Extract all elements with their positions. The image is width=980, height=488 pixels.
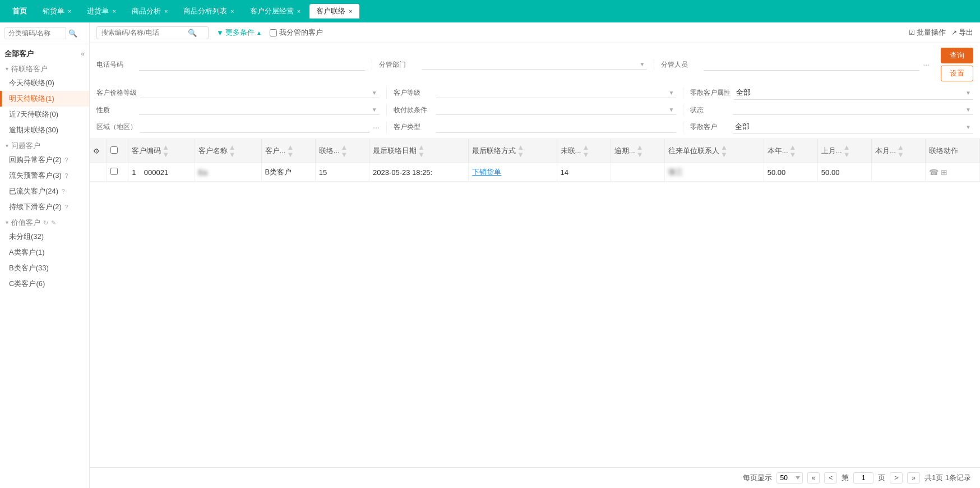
person-input[interactable]: [704, 59, 919, 71]
th-gear: ⚙: [90, 139, 107, 163]
query-button[interactable]: 查询: [941, 48, 973, 63]
help-icon-declining: ?: [65, 204, 68, 210]
sort-arrows-name: ▲▼: [229, 144, 236, 158]
action-more-icon[interactable]: ⊞: [941, 168, 947, 177]
dept-select[interactable]: ▼: [422, 59, 648, 70]
person-field: 分管人员 ···: [661, 59, 930, 71]
close-product-analysis-list-icon[interactable]: ×: [230, 8, 234, 15]
price-level-field: 客户价格等级 ▼: [96, 88, 380, 98]
page-number-input[interactable]: [853, 472, 873, 484]
row-select-checkbox[interactable]: [110, 168, 118, 175]
sidebar-item-7days-pending[interactable]: 近7天待联络(0): [0, 107, 89, 122]
th-customer-type[interactable]: 客户... ▲▼: [261, 139, 315, 163]
more-conditions-btn[interactable]: ▼ 更多条件 ▲: [213, 26, 265, 39]
nav-product-analysis[interactable]: 商品分析 ×: [125, 4, 174, 19]
sidebar-item-declining[interactable]: 持续下滑客户(2) ?: [0, 199, 89, 215]
retail-customer-arrow: ▼: [965, 124, 971, 130]
nav-customer-tier[interactable]: 客户分层经营 ×: [243, 4, 307, 19]
customer-type-input[interactable]: [436, 121, 677, 133]
pagination-bar: 每页显示 102050100 « < 第 页 > » 共1页 1条记录: [90, 467, 980, 488]
nav-home[interactable]: 首页: [6, 4, 34, 19]
status-select[interactable]: ▼: [733, 105, 973, 115]
th-code[interactable]: 客户编码 ▲▼: [128, 139, 195, 163]
customer-level-select[interactable]: ▼: [436, 88, 677, 98]
th-this-year[interactable]: 本年... ▲▼: [764, 139, 817, 163]
retail-customer-select[interactable]: 全部 ▼: [733, 120, 973, 134]
my-customers-checkbox[interactable]: [270, 29, 277, 36]
th-contact-count[interactable]: 联络... ▲▼: [315, 139, 369, 163]
action-phone-icon[interactable]: ☎: [929, 168, 939, 177]
nav-purchase-order[interactable]: 进货单 ×: [80, 4, 122, 19]
sidebar-item-overdue-pending[interactable]: 逾期未联络(30): [0, 122, 89, 138]
th-this-month[interactable]: 本月... ▲▼: [872, 139, 926, 163]
close-customer-contact-icon[interactable]: ×: [349, 8, 352, 15]
all-customers-header[interactable]: 全部客户 «: [0, 44, 89, 61]
sidebar-item-type-b[interactable]: B类客户(33): [0, 260, 89, 276]
sidebar-search-input[interactable]: [4, 27, 66, 39]
sidebar-item-type-a[interactable]: A类客户(1): [0, 245, 89, 260]
settings-button[interactable]: 设置: [941, 66, 973, 81]
area-input[interactable]: [140, 121, 369, 133]
th-last-contact-date[interactable]: 最后联络日期 ▲▼: [369, 139, 468, 163]
row-contact-count: 15: [315, 163, 369, 182]
last-page-btn[interactable]: »: [907, 472, 920, 484]
price-level-select[interactable]: ▼: [140, 88, 380, 98]
close-purchase-order-icon[interactable]: ×: [112, 8, 115, 15]
export-btn[interactable]: ↗ 导出: [951, 27, 973, 38]
gear-icon[interactable]: ⚙: [93, 147, 100, 155]
phone-input[interactable]: [139, 59, 365, 71]
sort-arrows-uncontacted: ▲▼: [582, 144, 589, 158]
close-product-analysis-icon[interactable]: ×: [164, 8, 168, 15]
content-area: 🔍 ▼ 更多条件 ▲ 我分管的客户 ☑ 批量操作 ↗ 导出: [90, 22, 980, 488]
page-label: 第: [842, 473, 849, 483]
gender-select[interactable]: ▼: [139, 105, 380, 115]
sidebar-item-tomorrow-pending[interactable]: 明天待联络(1): [0, 91, 89, 107]
page-suffix: 页: [878, 473, 885, 483]
prev-page-btn[interactable]: <: [824, 472, 837, 484]
sidebar-item-churned[interactable]: 已流失客户(24) ?: [0, 183, 89, 199]
nav-sales-order[interactable]: 销货单 ×: [36, 4, 78, 19]
th-overdue[interactable]: 逾期... ▲▼: [611, 139, 664, 163]
retail-attr-select[interactable]: 全部 ▼: [734, 86, 973, 100]
area-dots-btn[interactable]: ···: [373, 123, 380, 132]
sidebar-item-churn-warning[interactable]: 流失预警客户(3) ?: [0, 168, 89, 183]
row-gear: [90, 163, 107, 182]
th-contact-person[interactable]: 往来单位联系人 ▲▼: [664, 139, 764, 163]
search-icon-main[interactable]: 🔍: [188, 29, 197, 37]
retail-attr-arrow: ▼: [965, 90, 971, 96]
payment-select[interactable]: ▼: [436, 105, 677, 115]
select-all-checkbox[interactable]: [110, 146, 118, 154]
person-dots-btn[interactable]: ···: [923, 60, 930, 69]
th-actions: 联络动作: [926, 139, 980, 163]
filter-bar: 🔍 ▼ 更多条件 ▲ 我分管的客户 ☑ 批量操作 ↗ 导出: [90, 22, 980, 43]
th-last-contact-method[interactable]: 最后联络方式 ▲▼: [469, 139, 557, 163]
row-type: B类客户: [261, 163, 315, 182]
th-uncontacted[interactable]: 未联... ▲▼: [557, 139, 611, 163]
th-name[interactable]: 客户名称 ▲▼: [195, 139, 261, 163]
next-page-btn[interactable]: >: [890, 472, 903, 484]
data-table-area: ⚙ 客户编码 ▲▼ 客户名称: [90, 139, 980, 467]
row-name: Ea: [195, 163, 261, 182]
nav-product-analysis-list[interactable]: 商品分析列表 ×: [177, 4, 241, 19]
sidebar-item-today-pending[interactable]: 今天待联络(0): [0, 75, 89, 91]
batch-action-btn[interactable]: ☑ 批量操作: [909, 27, 946, 38]
edit-icon-value[interactable]: ✎: [51, 219, 56, 227]
sidebar-item-ungrouped[interactable]: 未分组(32): [0, 229, 89, 245]
th-last-month[interactable]: 上月... ▲▼: [817, 139, 871, 163]
sidebar-item-repurchase-abnormal[interactable]: 回购异常客户(2) ?: [0, 152, 89, 168]
sidebar-search-icon[interactable]: 🔍: [68, 29, 77, 38]
nav-customer-contact[interactable]: 客户联络 ×: [309, 4, 359, 19]
sort-arrows-person: ▲▼: [720, 144, 728, 158]
main-search-input[interactable]: [101, 29, 186, 36]
sort-arrows-month: ▲▼: [897, 144, 904, 158]
sidebar-item-type-c[interactable]: C类客户(6): [0, 276, 89, 292]
collapse-icon[interactable]: «: [81, 50, 85, 58]
refresh-icon-value[interactable]: ↻: [43, 219, 48, 227]
row-checkbox: [107, 163, 128, 182]
first-page-btn[interactable]: «: [807, 472, 820, 484]
help-icon-churned: ?: [62, 188, 65, 195]
my-customers-checkbox-label[interactable]: 我分管的客户: [270, 27, 323, 38]
page-size-select[interactable]: 102050100: [776, 472, 803, 484]
close-sales-order-icon[interactable]: ×: [68, 8, 71, 15]
close-customer-tier-icon[interactable]: ×: [297, 8, 301, 15]
